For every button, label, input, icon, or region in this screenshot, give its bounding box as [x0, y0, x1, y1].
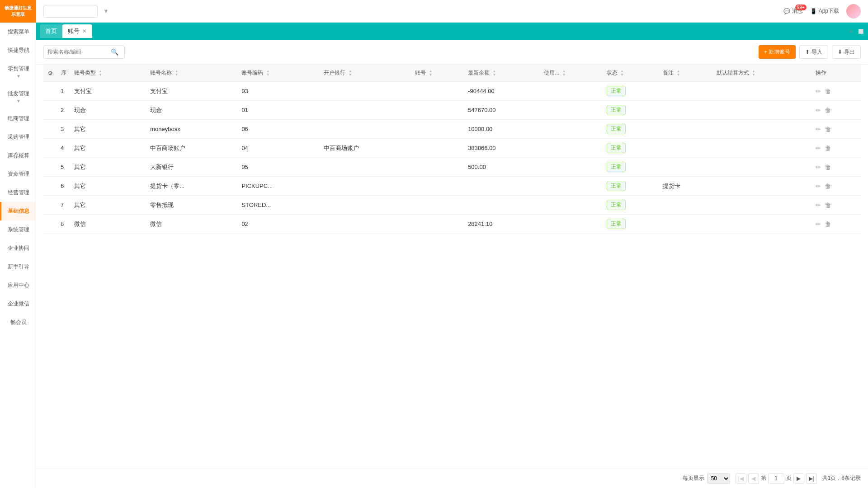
delete-icon[interactable]: 🗑 [825, 145, 831, 152]
col-header-account[interactable]: 账号 ▲▼ [411, 65, 464, 82]
cell-no: 8 [57, 215, 71, 234]
tab-close-icon[interactable]: ✕ [82, 28, 87, 34]
sidebar-item-enterprise-agreement[interactable]: 企业协同 [0, 239, 36, 258]
search-input[interactable] [47, 49, 111, 55]
cell-usage [540, 196, 603, 215]
sidebar-item-operations-mgmt[interactable]: 经营管理 [0, 183, 36, 202]
sidebar-item-label: 应用中心 [3, 282, 34, 289]
col-header-note[interactable]: 备注 ▲▼ [659, 65, 712, 82]
sidebar-item-new-guide[interactable]: 新手引导 [0, 258, 36, 276]
cell-status: 正常 [603, 82, 660, 101]
cell-action: ✏ 🗑 [812, 158, 861, 177]
sidebar-item-basic-info[interactable]: 基础信息 [0, 202, 36, 221]
cell-no: 4 [57, 139, 71, 158]
col-header-action: 操作 [812, 65, 861, 82]
edit-icon[interactable]: ✏ [816, 183, 821, 190]
message-button[interactable]: 💬 消息 99+ [783, 7, 803, 15]
col-header-gear[interactable]: ⚙ [43, 65, 57, 82]
toolbar-left: 🔍 [43, 45, 125, 59]
col-header-type[interactable]: 账号类型 ▲▼ [71, 65, 146, 82]
col-header-usage[interactable]: 使用... ▲▼ [540, 65, 603, 82]
cell-usage [540, 177, 603, 196]
col-header-status[interactable]: 状态 ▲▼ [603, 65, 660, 82]
sidebar-item-ecommerce-mgmt[interactable]: 电商管理 [0, 109, 36, 128]
cell-name: 提货卡（零... [146, 177, 238, 196]
sidebar-item-inventory-audit[interactable]: 库存核算 [0, 146, 36, 165]
cell-type: 其它 [71, 177, 146, 196]
sidebar-item-label: 经营管理 [3, 189, 34, 197]
sidebar-item-wholesale-mgmt[interactable]: 批发管理 ▼ [0, 84, 36, 109]
delete-icon[interactable]: 🗑 [825, 183, 831, 190]
sidebar-item-purchase-mgmt[interactable]: 采购管理 [0, 128, 36, 146]
cell-checkbox [43, 120, 57, 139]
edit-icon[interactable]: ✏ [816, 202, 821, 209]
table-row: 3 其它 moneybosx 06 10000.00 正常 ✏ 🗑 [43, 120, 861, 139]
window-maximize-button[interactable]: ⬜ [857, 28, 864, 35]
sidebar-item-system-mgmt[interactable]: 系统管理 [0, 221, 36, 239]
page-last-button[interactable]: ▶| [806, 473, 817, 484]
cell-default-settlement [713, 177, 812, 196]
cell-usage [540, 120, 603, 139]
cell-note [659, 158, 712, 177]
sidebar-item-members[interactable]: 畅会员 [0, 313, 36, 332]
topbar-search-input[interactable] [43, 5, 98, 18]
cell-no: 2 [57, 101, 71, 120]
cell-note [659, 196, 712, 215]
col-header-default-settlement[interactable]: 默认结算方式 ▲▼ [713, 65, 812, 82]
tab-account[interactable]: 账号 ✕ [62, 24, 92, 38]
status-badge: 正常 [607, 124, 626, 134]
import-button[interactable]: ⬆ 导入 [799, 45, 828, 59]
edit-icon[interactable]: ✏ [816, 164, 821, 171]
delete-icon[interactable]: 🗑 [825, 126, 831, 133]
delete-icon[interactable]: 🗑 [825, 202, 831, 209]
page-size-select[interactable]: 50 100 200 [707, 473, 730, 484]
export-icon: ⬇ [838, 49, 842, 55]
page-prev-button[interactable]: ◀ [748, 473, 759, 484]
cell-note [659, 82, 712, 101]
search-icon[interactable]: 🔍 [111, 48, 118, 56]
cell-no: 6 [57, 177, 71, 196]
sidebar-item-app-center[interactable]: 应用中心 [0, 276, 36, 295]
tabbar: 首页 账号 ✕ ✕ ⬜ [36, 23, 868, 40]
sidebar-item-label: 零售管理 [3, 65, 34, 73]
table-row: 5 其它 大新银行 05 500.00 正常 ✏ 🗑 [43, 158, 861, 177]
delete-icon[interactable]: 🗑 [825, 221, 831, 228]
cell-usage [540, 82, 603, 101]
sidebar-item-retail-mgmt[interactable]: 零售管理 ▼ [0, 60, 36, 84]
col-header-balance[interactable]: 最新余额 ▲▼ [464, 65, 540, 82]
table-row: 7 其它 零售抵现 STORED... 正常 ✏ 🗑 [43, 196, 861, 215]
delete-icon[interactable]: 🗑 [825, 107, 831, 114]
window-close-button[interactable]: ✕ [847, 28, 854, 35]
col-header-code[interactable]: 账号编码 ▲▼ [238, 65, 320, 82]
tab-home[interactable]: 首页 [40, 24, 62, 38]
app-download-button[interactable]: 📱 App下载 [810, 7, 839, 15]
dropdown-icon[interactable]: ▼ [103, 8, 109, 14]
delete-icon[interactable]: 🗑 [825, 88, 831, 95]
sidebar-item-search-menu[interactable]: 搜索菜单 [0, 23, 36, 41]
delete-icon[interactable]: 🗑 [825, 164, 831, 171]
edit-icon[interactable]: ✏ [816, 145, 821, 152]
cell-account [411, 158, 464, 177]
edit-icon[interactable]: ✏ [816, 126, 821, 133]
cell-checkbox [43, 82, 57, 101]
add-account-button[interactable]: + 新增账号 [759, 45, 796, 59]
edit-icon[interactable]: ✏ [816, 88, 821, 95]
col-header-bank[interactable]: 开户银行 ▲▼ [320, 65, 411, 82]
edit-icon[interactable]: ✏ [816, 221, 821, 228]
avatar[interactable] [846, 4, 861, 19]
page-number-input[interactable] [768, 473, 784, 484]
logo-line1: 畅捷通好生意 [5, 5, 32, 11]
edit-icon[interactable]: ✏ [816, 107, 821, 114]
cell-balance: 28241.10 [464, 215, 540, 234]
col-header-name[interactable]: 账号名称 ▲▼ [146, 65, 238, 82]
cell-balance: -90444.00 [464, 82, 540, 101]
export-button[interactable]: ⬇ 导出 [832, 45, 861, 59]
cell-status: 正常 [603, 158, 660, 177]
accounts-table: ⚙ 序 账号类型 ▲▼ 账号名称 ▲▼ 账号编码 ▲▼ [43, 65, 861, 234]
cell-code: 01 [238, 101, 320, 120]
sidebar-item-quick-nav[interactable]: 快捷导航 [0, 41, 36, 60]
page-next-button[interactable]: ▶ [793, 473, 804, 484]
sidebar-item-enterprise-wechat[interactable]: 企业微信 [0, 295, 36, 313]
sidebar-item-capital-mgmt[interactable]: 资金管理 [0, 165, 36, 183]
page-first-button[interactable]: |◀ [736, 473, 746, 484]
